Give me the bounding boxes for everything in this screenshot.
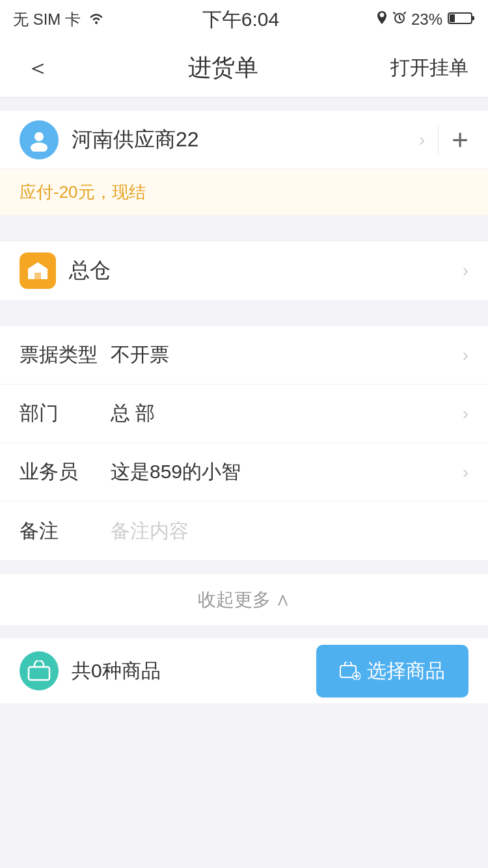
salesperson-row[interactable]: 业务员 这是859的小智 › — [0, 443, 488, 502]
open-pending-button[interactable]: 打开挂单 — [390, 55, 468, 81]
warehouse-name: 总仓 — [69, 256, 463, 285]
salesperson-label: 业务员 — [20, 459, 98, 485]
supplier-left: 河南供应商22 — [20, 120, 419, 159]
invoice-type-chevron-icon: › — [463, 345, 468, 366]
svg-rect-4 — [450, 14, 455, 22]
department-value: 总 部 — [98, 400, 463, 427]
bottom-bar: 共0种商品 选择商品 — [0, 638, 488, 703]
product-count-text: 共0种商品 — [72, 658, 316, 685]
supplier-name: 河南供应商22 — [72, 126, 199, 154]
warehouse-card: 总仓 › — [0, 241, 488, 300]
status-left: 无 SIM 卡 — [13, 9, 105, 30]
location-icon — [376, 10, 388, 29]
salesperson-chevron-icon: › — [463, 462, 468, 483]
page-body: 河南供应商22 › + 应付-20元，现结 总仓 › — [0, 98, 488, 729]
wifi-icon — [87, 10, 105, 29]
notice-banner: 应付-20元，现结 — [0, 169, 488, 215]
supplier-row[interactable]: 河南供应商22 › + — [0, 111, 488, 169]
remark-row[interactable]: 备注 备注内容 — [0, 502, 488, 560]
chevron-right-icon: › — [419, 129, 425, 150]
battery-icon — [448, 10, 475, 29]
svg-rect-8 — [34, 273, 41, 279]
collapse-label: 收起更多 ∧ — [198, 588, 291, 612]
warehouse-row[interactable]: 总仓 › — [0, 241, 488, 300]
invoice-type-label: 票据类型 — [20, 342, 98, 368]
status-right: 23% — [376, 10, 475, 29]
select-product-label: 选择商品 — [367, 658, 445, 685]
notice-text: 应付-20元，现结 — [20, 182, 146, 202]
nav-bar: ＜ 进货单 打开挂单 — [0, 39, 488, 98]
battery-label: 23% — [411, 10, 442, 29]
remark-label: 备注 — [20, 518, 98, 545]
page-title: 进货单 — [188, 52, 258, 84]
remark-input[interactable]: 备注内容 — [98, 518, 468, 545]
select-product-button[interactable]: 选择商品 — [316, 645, 468, 698]
department-row[interactable]: 部门 总 部 › — [0, 385, 488, 443]
svg-rect-3 — [472, 16, 474, 20]
product-icon — [20, 651, 59, 690]
section-gap-3 — [0, 300, 488, 313]
svg-point-5 — [34, 132, 44, 141]
svg-rect-9 — [29, 667, 49, 680]
form-section: 票据类型 不开票 › 部门 总 部 › 业务员 这是859的小智 › 备注 备注… — [0, 326, 488, 560]
carrier-label: 无 SIM 卡 — [13, 9, 81, 30]
invoice-type-value: 不开票 — [98, 342, 463, 368]
warehouse-chevron-icon: › — [463, 260, 468, 281]
svg-point-0 — [95, 21, 98, 24]
department-chevron-icon: › — [463, 403, 468, 424]
supplier-chevron: › — [419, 129, 425, 150]
warehouse-icon — [20, 252, 56, 289]
section-gap-2 — [0, 215, 488, 228]
add-supplier-button[interactable]: + — [438, 126, 468, 154]
back-button[interactable]: ＜ — [20, 46, 56, 90]
collapse-toggle[interactable]: 收起更多 ∧ — [0, 573, 488, 625]
alarm-icon — [393, 10, 406, 29]
status-time: 下午6:04 — [202, 7, 279, 33]
department-label: 部门 — [20, 400, 98, 427]
salesperson-value: 这是859的小智 — [98, 459, 463, 485]
supplier-avatar — [20, 120, 59, 159]
invoice-type-row[interactable]: 票据类型 不开票 › — [0, 326, 488, 385]
supplier-card: 河南供应商22 › + 应付-20元，现结 — [0, 111, 488, 215]
status-bar: 无 SIM 卡 下午6:04 23% — [0, 0, 488, 39]
svg-point-6 — [31, 142, 47, 152]
section-gap-1 — [0, 98, 488, 111]
